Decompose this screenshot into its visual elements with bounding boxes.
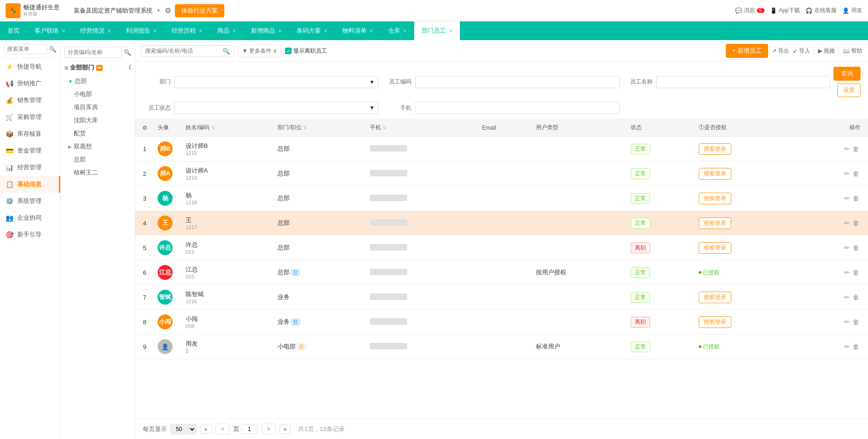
close-icon[interactable]: ✕ — [449, 28, 452, 34]
col-phone[interactable]: 手机 ⇅ — [366, 119, 479, 137]
user-btn[interactable]: 👤 用友 — [842, 7, 862, 14]
sidebar-item-collab[interactable]: 👥 企业协同 — [0, 209, 60, 226]
search-input[interactable] — [145, 48, 221, 54]
edit-button[interactable]: ✏ — [844, 318, 850, 326]
close-icon[interactable]: ✕ — [107, 28, 111, 34]
tree-node-0[interactable]: ▼ 总部 — [61, 75, 135, 88]
col-dept[interactable]: 部门/职位 ⇅ — [274, 119, 366, 137]
export-btn[interactable]: ↗ 导出 — [772, 47, 789, 55]
import-btn[interactable]: ↙ 导入 — [793, 47, 810, 55]
tree-search-input[interactable] — [64, 47, 122, 58]
page-input[interactable] — [241, 425, 258, 434]
trial-button[interactable]: 体验行业方案 — [175, 4, 224, 17]
tab-barcode[interactable]: 条码方案 ✕ — [289, 21, 335, 40]
sidebar-item-sales[interactable]: 💰 销售管理 — [0, 92, 60, 109]
close-icon[interactable]: ✕ — [403, 28, 407, 34]
name-input[interactable] — [656, 76, 830, 88]
tab-customer[interactable]: 客户联络 ✕ — [27, 21, 73, 40]
view-btn[interactable]: ▶ 视频 — [818, 47, 835, 55]
tab-history[interactable]: 经营历程 ✕ — [164, 21, 210, 40]
query-button[interactable]: 查询 — [833, 67, 861, 81]
settings-icon[interactable]: ⚙ — [165, 6, 171, 15]
sidebar-item-guide[interactable]: 🎯 新手引导 — [0, 226, 60, 243]
col-settings[interactable]: ⚙ — [135, 119, 154, 137]
auth-login-button[interactable]: 授权登录 — [699, 193, 731, 204]
next-page-btn[interactable]: ＞ — [262, 424, 276, 434]
prev-page-btn[interactable]: ＜ — [215, 424, 229, 434]
edit-button[interactable]: ✏ — [844, 145, 850, 153]
tab-new-goods[interactable]: 新增商品 ✕ — [243, 21, 289, 40]
edit-button[interactable]: ✏ — [844, 195, 850, 202]
tab-home[interactable]: 首页 — [0, 21, 27, 40]
tree-edit-icon[interactable]: ✏ — [96, 65, 103, 71]
tree-node-1[interactable]: 小电部 — [61, 88, 135, 101]
auth-login-button[interactable]: 授权登录 — [699, 217, 731, 229]
tree-node-5[interactable]: ▶ 双鹿想 — [61, 140, 135, 153]
delete-button[interactable]: 🗑 — [853, 318, 859, 326]
delete-button[interactable]: 🗑 — [853, 145, 859, 153]
code-input[interactable] — [415, 76, 619, 88]
edit-button[interactable]: ✏ — [844, 170, 850, 177]
sidebar-item-inventory[interactable]: 📦 库存核算 — [0, 125, 60, 142]
close-icon[interactable]: ✕ — [199, 28, 202, 34]
tree-search-icon[interactable]: 🔍 — [124, 49, 131, 56]
tab-goods[interactable]: 商品 ✕ — [210, 21, 243, 40]
edit-button[interactable]: ✏ — [844, 269, 850, 276]
online-service-btn[interactable]: 🎧 在线客服 — [806, 7, 837, 14]
edit-button[interactable]: ✏ — [844, 219, 850, 227]
add-employee-button[interactable]: + 新增员工 — [726, 44, 768, 58]
sidebar-search-input[interactable] — [4, 44, 47, 54]
first-page-btn[interactable]: « — [200, 425, 212, 434]
col-name[interactable]: 姓名/编码 ⇅ — [182, 119, 274, 137]
message-btn[interactable]: 💬 消息 5 — [735, 7, 764, 14]
tab-operation[interactable]: 经营情况 ✕ — [73, 21, 118, 40]
show-resign-toggle[interactable]: ✓ 显示离职员工 — [285, 47, 327, 55]
edit-button[interactable]: ✏ — [844, 293, 850, 301]
app-download-btn[interactable]: 📱 App下载 — [770, 7, 800, 14]
auth-login-button[interactable]: 授权登录 — [699, 292, 731, 303]
auth-login-button[interactable]: 授权登录 — [699, 143, 731, 155]
sidebar-item-basic[interactable]: 📋 基础信息 — [0, 176, 60, 193]
delete-button[interactable]: 🗑 — [853, 293, 859, 301]
auth-login-button[interactable]: 授权登录 — [699, 316, 731, 328]
tab-bom[interactable]: 物料清单 ✕ — [335, 21, 381, 40]
close-icon[interactable]: ✕ — [232, 28, 236, 34]
tree-root-header[interactable]: ⊞ 全部部门 ✏ 《 — [61, 61, 135, 75]
tab-profit[interactable]: 利润报告 ✕ — [118, 21, 164, 40]
last-page-btn[interactable]: » — [279, 425, 291, 434]
tree-node-6[interactable]: 总部 — [61, 153, 135, 166]
dept-select[interactable]: ▼ — [174, 76, 379, 88]
page-size-select[interactable]: 50 20 100 — [171, 424, 196, 434]
sidebar-item-marketing[interactable]: 📢 营销推广 — [0, 75, 60, 92]
auth-login-button[interactable]: 授权登录 — [699, 242, 731, 254]
delete-button[interactable]: 🗑 — [853, 343, 859, 350]
close-icon[interactable]: ✕ — [153, 28, 157, 34]
sidebar-item-finance[interactable]: 💳 资金管理 — [0, 142, 60, 159]
delete-button[interactable]: 🗑 — [853, 244, 859, 251]
sys-title-dropdown[interactable]: ▼ — [156, 8, 161, 13]
close-icon[interactable]: ✕ — [324, 28, 327, 34]
delete-button[interactable]: 🗑 — [853, 195, 859, 202]
status-select[interactable]: ▼ — [174, 102, 379, 114]
tree-node-2[interactable]: 项目库房 — [61, 101, 135, 114]
help-btn[interactable]: 📖 帮助 — [843, 47, 862, 55]
close-icon[interactable]: ✕ — [369, 28, 373, 34]
phone-input[interactable] — [415, 102, 619, 114]
sidebar-item-purchase[interactable]: 🛒 采购管理 — [0, 109, 60, 125]
close-icon[interactable]: ✕ — [278, 28, 282, 34]
sidebar-search-icon[interactable]: 🔍 — [49, 46, 56, 53]
tree-node-7[interactable]: 植树王二 — [61, 166, 135, 179]
set-button[interactable]: 设置 — [837, 84, 861, 97]
sidebar-item-quicknav[interactable]: ⚡ 快捷导航 — [0, 58, 60, 75]
more-filter-btn[interactable]: ▼ 更多条件 ∧ — [238, 45, 281, 57]
tree-node-3[interactable]: 沈阳大库 — [61, 114, 135, 127]
sidebar-item-system[interactable]: ⚙️ 系统管理 — [0, 193, 60, 209]
tab-employee[interactable]: 部门员工 ✕ — [414, 21, 460, 40]
tab-warehouse[interactable]: 仓库 ✕ — [381, 21, 414, 40]
close-icon[interactable]: ✕ — [62, 28, 65, 34]
tree-collapse-icon[interactable]: 《 — [125, 64, 131, 72]
sidebar-item-mgmt[interactable]: 📊 经营管理 — [0, 159, 60, 176]
auth-login-button[interactable]: 授权登录 — [699, 168, 731, 180]
edit-button[interactable]: ✏ — [844, 343, 850, 350]
delete-button[interactable]: 🗑 — [853, 170, 859, 177]
